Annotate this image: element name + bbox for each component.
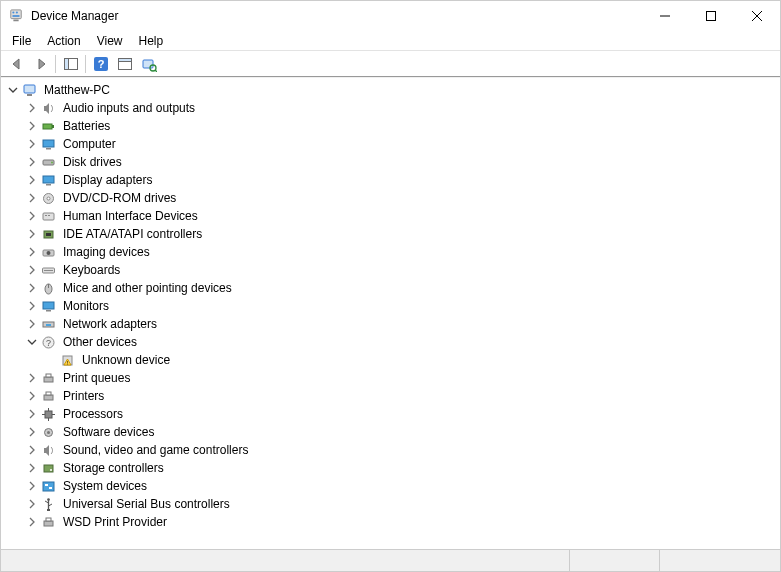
chevron-right-icon[interactable] xyxy=(24,478,40,494)
tree-row[interactable]: DVD/CD-ROM drives xyxy=(24,189,780,207)
tree-row[interactable]: Human Interface Devices xyxy=(24,207,780,225)
close-button[interactable] xyxy=(734,1,780,31)
svg-rect-20 xyxy=(43,124,52,129)
disc-icon xyxy=(40,190,57,206)
chevron-right-icon[interactable] xyxy=(24,244,40,260)
monitor-icon xyxy=(40,298,57,314)
tree-row[interactable]: Display adapters xyxy=(24,171,780,189)
svg-rect-4 xyxy=(13,15,20,17)
svg-rect-30 xyxy=(43,213,54,220)
chevron-right-icon[interactable] xyxy=(24,316,40,332)
tree-node-label: Human Interface Devices xyxy=(61,207,200,225)
tree-node: Computer xyxy=(24,135,780,153)
tree-row[interactable]: Network adapters xyxy=(24,315,780,333)
toolbar-console-tree-button[interactable] xyxy=(59,53,82,75)
tree-row[interactable]: Mice and other pointing devices xyxy=(24,279,780,297)
chevron-right-icon[interactable] xyxy=(24,298,40,314)
chevron-right-icon[interactable] xyxy=(24,118,40,134)
usb-icon xyxy=(40,496,57,512)
tree-row[interactable]: Matthew-PC xyxy=(5,81,780,99)
svg-text:?: ? xyxy=(46,338,51,348)
minimize-button[interactable] xyxy=(642,1,688,31)
device-tree-pane[interactable]: Matthew-PC Audio inputs and outputs xyxy=(1,77,780,549)
status-bar xyxy=(1,549,780,571)
chevron-right-icon[interactable] xyxy=(24,208,40,224)
toolbar-back-button[interactable] xyxy=(5,53,28,75)
tree-node-unknown-device: ! Unknown device xyxy=(43,351,780,369)
tree-row[interactable]: System devices xyxy=(24,477,780,495)
chevron-right-icon[interactable] xyxy=(24,154,40,170)
chevron-right-icon[interactable] xyxy=(24,496,40,512)
chevron-right-icon[interactable] xyxy=(24,226,40,242)
chevron-right-icon[interactable] xyxy=(24,424,40,440)
toolbar-scan-button[interactable] xyxy=(137,53,160,75)
tree-row[interactable]: Monitors xyxy=(24,297,780,315)
chevron-right-icon[interactable] xyxy=(24,460,40,476)
tree-row[interactable]: ? Other devices xyxy=(24,333,780,351)
tree-row[interactable]: Processors xyxy=(24,405,780,423)
tree-row[interactable]: Sound, video and game controllers xyxy=(24,441,780,459)
tree-node: Human Interface Devices xyxy=(24,207,780,225)
svg-rect-50 xyxy=(46,374,51,377)
chevron-right-icon[interactable] xyxy=(24,190,40,206)
chevron-right-icon[interactable] xyxy=(24,442,40,458)
chevron-down-icon[interactable] xyxy=(24,334,40,350)
svg-point-25 xyxy=(51,161,53,163)
tree-node: Keyboards xyxy=(24,261,780,279)
tree-node-label: Storage controllers xyxy=(61,459,166,477)
tree-row[interactable]: Computer xyxy=(24,135,780,153)
menu-action[interactable]: Action xyxy=(39,32,88,50)
tree-node-label: Monitors xyxy=(61,297,111,315)
tree-node: Universal Serial Bus controllers xyxy=(24,495,780,513)
maximize-button[interactable] xyxy=(688,1,734,31)
tree-node: Network adapters xyxy=(24,315,780,333)
chevron-right-icon[interactable] xyxy=(24,262,40,278)
tree-row[interactable]: Disk drives xyxy=(24,153,780,171)
toolbar-forward-button[interactable] xyxy=(29,53,52,75)
disk-icon xyxy=(40,154,57,170)
question-icon: ? xyxy=(40,334,57,350)
tree-row[interactable]: Imaging devices xyxy=(24,243,780,261)
tree-row[interactable]: Batteries xyxy=(24,117,780,135)
svg-rect-42 xyxy=(46,310,51,312)
tree-node-label: Mice and other pointing devices xyxy=(61,279,234,297)
tree-row[interactable]: WSD Print Provider xyxy=(24,513,780,531)
tree-row[interactable]: Printers xyxy=(24,387,780,405)
toolbar-properties-button[interactable] xyxy=(113,53,136,75)
tree-node-label: Printers xyxy=(61,387,106,405)
tree-row[interactable]: Software devices xyxy=(24,423,780,441)
svg-rect-6 xyxy=(707,12,716,21)
toolbar-help-button[interactable]: ? xyxy=(89,53,112,75)
chevron-right-icon[interactable] xyxy=(24,388,40,404)
chevron-right-icon[interactable] xyxy=(24,370,40,386)
tree-row[interactable]: IDE ATA/ATAPI controllers xyxy=(24,225,780,243)
svg-point-61 xyxy=(50,469,52,471)
tree-row[interactable]: Universal Serial Bus controllers xyxy=(24,495,780,513)
tree-row[interactable]: Storage controllers xyxy=(24,459,780,477)
menu-view[interactable]: View xyxy=(89,32,131,50)
chevron-right-icon[interactable] xyxy=(24,514,40,530)
chevron-right-icon[interactable] xyxy=(24,136,40,152)
chevron-down-icon[interactable] xyxy=(5,82,21,98)
tree-node: IDE ATA/ATAPI controllers xyxy=(24,225,780,243)
chevron-right-icon[interactable] xyxy=(24,172,40,188)
svg-rect-62 xyxy=(43,482,54,491)
menu-help[interactable]: Help xyxy=(131,32,172,50)
tree-row[interactable]: ! Unknown device xyxy=(43,351,780,369)
tree-node-label: Keyboards xyxy=(61,261,122,279)
svg-rect-68 xyxy=(44,521,53,526)
menu-file[interactable]: File xyxy=(4,32,39,50)
svg-point-3 xyxy=(16,11,18,13)
chevron-right-icon[interactable] xyxy=(24,280,40,296)
tree-node: Disk drives xyxy=(24,153,780,171)
tree-row[interactable]: Print queues xyxy=(24,369,780,387)
tree-node: Print queues xyxy=(24,369,780,387)
tree-node-label: Network adapters xyxy=(61,315,159,333)
svg-line-17 xyxy=(155,70,157,72)
svg-rect-64 xyxy=(49,487,52,489)
svg-rect-23 xyxy=(46,148,51,150)
tree-row[interactable]: Audio inputs and outputs xyxy=(24,99,780,117)
chevron-right-icon[interactable] xyxy=(24,406,40,422)
chevron-right-icon[interactable] xyxy=(24,100,40,116)
tree-row[interactable]: Keyboards xyxy=(24,261,780,279)
